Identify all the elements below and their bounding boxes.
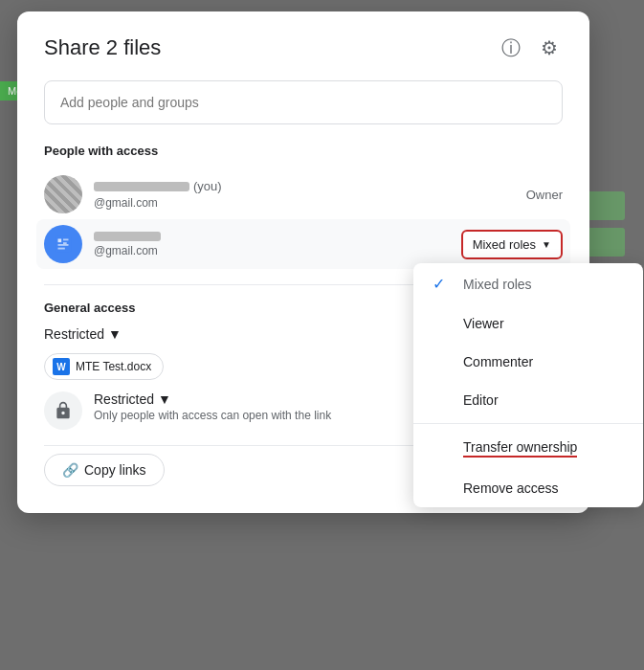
dropdown-item-viewer[interactable]: Viewer — [413, 304, 643, 343]
dropdown-item-transfer-ownership[interactable]: Transfer ownership — [413, 428, 643, 469]
modal-icon-group: ⓘ ⚙ — [498, 34, 563, 61]
person-name-owner: (you) — [94, 179, 515, 193]
person-row-owner: (you) @gmail.com Owner — [44, 169, 563, 219]
access-restricted-label: Restricted — [94, 391, 154, 407]
name-blur-shared — [94, 232, 161, 241]
svg-rect-3 — [63, 242, 67, 244]
dropdown-label-remove-access: Remove access — [463, 480, 559, 496]
add-people-input[interactable] — [44, 80, 563, 124]
person-email-owner: @gmail.com — [94, 196, 515, 210]
owner-role-label: Owner — [526, 188, 563, 202]
lock-icon — [54, 401, 73, 420]
settings-icon-button[interactable]: ⚙ — [536, 34, 563, 61]
dropdown-label-mixed-roles: Mixed roles — [463, 277, 532, 292]
svg-rect-2 — [63, 239, 69, 241]
dropdown-label-viewer: Viewer — [463, 316, 504, 331]
file-chip-label: MTE Test.docx — [76, 360, 151, 373]
dropdown-label-editor: Editor — [463, 392, 499, 408]
people-section-label: People with access — [44, 144, 563, 158]
copy-links-label: Copy links — [84, 462, 146, 478]
dropdown-label-transfer-ownership: Transfer ownership — [463, 439, 577, 458]
person-icon — [53, 234, 74, 255]
person-email-shared: @gmail.com — [94, 244, 450, 257]
mixed-roles-button[interactable]: Mixed roles ▼ — [461, 230, 563, 259]
check-icon-mixed-roles: ✓ — [433, 275, 452, 293]
lock-circle — [44, 391, 82, 430]
dropdown-item-mixed-roles[interactable]: ✓ Mixed roles — [413, 263, 643, 304]
access-restricted-caret: ▼ — [158, 391, 171, 407]
person-row-shared: @gmail.com Mixed roles ▼ — [36, 219, 570, 269]
svg-rect-5 — [58, 248, 65, 250]
role-dropdown-menu: ✓ Mixed roles Viewer Commenter Editor Tr… — [413, 263, 643, 507]
gear-icon: ⚙ — [541, 36, 558, 59]
word-file-icon: W — [53, 358, 70, 375]
person-info-owner: (you) @gmail.com — [94, 179, 515, 210]
name-blur-owner — [94, 182, 189, 191]
dropdown-item-remove-access[interactable]: Remove access — [413, 469, 643, 507]
dropdown-item-commenter[interactable]: Commenter — [413, 343, 643, 381]
link-icon: 🔗 — [62, 462, 78, 478]
modal-header: Share 2 files ⓘ ⚙ — [44, 34, 563, 61]
restricted-label: Restricted — [44, 326, 104, 342]
mixed-roles-label: Mixed roles — [473, 237, 536, 252]
copy-links-button[interactable]: 🔗 Copy links — [44, 454, 165, 486]
avatar-owner — [44, 175, 82, 213]
dropdown-divider — [413, 423, 643, 424]
dropdown-item-editor[interactable]: Editor — [413, 381, 643, 419]
avatar-shared — [44, 225, 82, 263]
dropdown-label-commenter: Commenter — [463, 354, 533, 369]
modal-title: Share 2 files — [44, 35, 161, 60]
dropdown-caret-icon: ▼ — [542, 239, 551, 250]
svg-rect-1 — [58, 239, 62, 243]
person-you-label: (you) — [193, 179, 222, 193]
restricted-caret-icon: ▼ — [108, 326, 122, 342]
help-icon-button[interactable]: ⓘ — [498, 34, 524, 61]
person-info-shared: @gmail.com — [94, 232, 450, 257]
svg-rect-4 — [58, 244, 69, 246]
person-name-shared — [94, 232, 450, 241]
file-chip[interactable]: W MTE Test.docx — [44, 353, 164, 380]
help-icon: ⓘ — [501, 35, 521, 61]
